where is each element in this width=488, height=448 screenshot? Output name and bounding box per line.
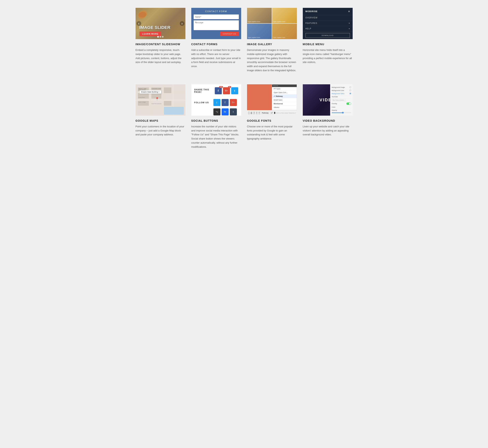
contact-name-input[interactable] <box>194 15 239 19</box>
fonts-tool-3[interactable]: ≡ <box>253 111 255 115</box>
fonts-tool-5[interactable]: ✂ <box>258 111 260 115</box>
video-color-label: Color <box>332 106 336 108</box>
video-opacity-fill <box>332 112 343 113</box>
facebook-icon: f <box>218 89 219 92</box>
menu-item-features-label: FEATURES <box>305 22 317 24</box>
fonts-font-size[interactable]: 17 <box>270 112 273 114</box>
follow-label: FOLLOW US <box>194 101 212 104</box>
gallery-cell-1: Type caption here <box>247 8 272 23</box>
radio-bg-image-icon[interactable] <box>350 87 351 88</box>
slideshow-title: IMAGE/CONTENT SLIDESHOW <box>136 43 185 46</box>
facebook-badge: 192 <box>219 86 223 88</box>
googleplus-icon: G+ <box>225 90 228 92</box>
gallery-caption-2: Type caption here <box>273 21 285 23</box>
feature-maps: Jacob K. Javits Times Square Convention … <box>136 84 185 149</box>
video-youtube-label: YouTube <box>332 96 338 98</box>
follow-facebook-button[interactable]: f <box>222 99 229 106</box>
menu-item-features[interactable]: FEATURES ▾ <box>303 21 353 26</box>
fonts-preview: Source-... PT Sans Open Sans Con... ✓ Ra… <box>247 84 297 116</box>
github-icon: ⌥ <box>216 111 218 113</box>
fonts-tool-2[interactable]: ▤ <box>251 111 252 115</box>
slider-learn-more-button[interactable]: LEARN MORE <box>139 32 161 36</box>
feature-contact-forms: CONTACT FORM CONTACT US CONTACT FORMS Ad… <box>191 8 241 72</box>
fonts-item-montserrat[interactable]: Montserrat <box>272 102 297 106</box>
gallery-cell-4: Type caption here <box>272 24 297 39</box>
fonts-item-ptsans[interactable]: PT Sans <box>272 87 297 91</box>
video-bg-color-label: Background Color <box>332 90 344 91</box>
contact-preview: CONTACT FORM CONTACT US <box>191 8 241 39</box>
slider-prev-button[interactable]: ‹ <box>136 21 141 26</box>
share-googleplus-button[interactable]: G+ 47 <box>223 87 230 94</box>
follow-buttons: t f G+ <box>213 99 237 106</box>
share-twitter-button[interactable]: t <box>231 87 238 94</box>
video-url-input[interactable] <box>332 99 345 101</box>
contact-message-input[interactable] <box>194 20 239 30</box>
feature-social: SHARE THIS PAGE! f 192 G+ 47 t <box>191 84 241 149</box>
map-label-3: Convention Center <box>151 88 161 89</box>
video-overlay-label: Overlay <box>332 103 337 104</box>
features-arrow-icon: ▾ <box>349 22 350 24</box>
social-preview: SHARE THIS PAGE! f 192 G+ 47 t <box>191 84 241 116</box>
feature-grid-1: ‹ › IMAGE SLIDER LEARN MORE IMAGE/CONTEN… <box>136 8 353 72</box>
fonts-content: Source-... PT Sans Open Sans Con... ✓ Ra… <box>247 84 297 110</box>
fonts-item-raleway[interactable]: ✓ Raleway <box>272 95 297 98</box>
video-opacity-thumb[interactable] <box>342 112 344 113</box>
video-opacity-slider[interactable] <box>332 112 351 113</box>
menu-item-overview[interactable]: OVERVIEW <box>303 15 353 21</box>
slideshow-desc: Embed a completely responsive, touch-swi… <box>136 48 185 64</box>
fonts-item-droidsans[interactable]: Droid Sans <box>272 98 297 102</box>
fonts-color-picker[interactable] <box>274 112 275 114</box>
map-road-5 <box>163 84 163 116</box>
hamburger-icon: ≡ <box>348 10 350 13</box>
video-setting-opacity: Opacity <box>332 109 351 112</box>
fonts-tool-4[interactable]: ≡ <box>256 111 258 115</box>
menu-download-button[interactable]: DOWNLOAD <box>305 33 350 38</box>
fonts-toolbar: ⬚ ▤ ≡ ≡ ✂ Raleway 17 ite in a few clicks… <box>247 110 297 116</box>
menu-item-help-label: HELP <box>305 28 311 30</box>
fonts-item-opensans[interactable]: Open Sans Con... <box>272 91 297 95</box>
feature-grid-2: Jacob K. Javits Times Square Convention … <box>136 84 353 149</box>
gallery-cell-3: Type caption here <box>247 24 272 39</box>
map-label-1: Jacob K. Javits <box>138 88 146 89</box>
fonts-font-name[interactable]: Raleway <box>261 112 270 114</box>
contact-form-title: CONTACT FORM <box>205 10 227 13</box>
follow-googleplus-button[interactable]: G+ <box>230 99 237 106</box>
menu-item-help[interactable]: HELP ▾ <box>303 26 353 32</box>
video-bg-image-label: Background Image <box>332 87 345 88</box>
video-setting-bg-color: Background Color <box>332 89 351 92</box>
follow-twitter-button[interactable]: t <box>213 99 220 106</box>
radio-bg-color-icon[interactable] <box>350 90 351 91</box>
follow-tumblr-button[interactable]: t <box>230 108 237 115</box>
menu-item-overview-label: OVERVIEW <box>305 17 318 19</box>
follow-row-2: ⌥ Be t <box>194 108 238 115</box>
feature-video: VIDEO Background Image Background Color … <box>303 84 353 149</box>
tumblr-icon: t <box>233 111 233 113</box>
mobile-menu-desc: Horizontal site menu folds itself into a… <box>303 48 353 64</box>
fonts-dropdown: Source-... PT Sans Open Sans Con... ✓ Ra… <box>272 84 297 110</box>
share-facebook-button[interactable]: f 192 <box>215 87 222 94</box>
follow-googleplus-icon: G+ <box>232 101 235 104</box>
contact-preview-container: CONTACT FORM CONTACT US <box>191 8 241 39</box>
map-grid: Jacob K. Javits Times Square Convention … <box>136 84 185 116</box>
map-label-6: Lарнт. Lehigh <box>138 102 146 103</box>
map-tooltip: Empire State Building × <box>139 90 161 94</box>
fonts-tool-1[interactable]: ⬚ <box>248 111 250 115</box>
video-setting-bg-image: Background Image <box>332 86 351 89</box>
fonts-preview-container: Source-... PT Sans Open Sans Con... ✓ Ra… <box>247 84 297 116</box>
gallery-caption-3: Type caption here <box>248 37 260 38</box>
video-setting-overlay: Overlay <box>332 102 351 106</box>
radio-bg-video-icon[interactable] <box>350 93 351 94</box>
follow-github-button[interactable]: ⌥ <box>213 108 220 115</box>
follow-behance-button[interactable]: Be <box>222 108 229 115</box>
leaf-decoration-icon <box>136 9 148 21</box>
slider-text-block: IMAGE SLIDER LEARN MORE <box>139 25 171 36</box>
gallery-cell-2: Type caption here <box>272 8 297 23</box>
page-wrapper: ‹ › IMAGE SLIDER LEARN MORE IMAGE/CONTEN… <box>132 0 357 169</box>
slider-next-button[interactable]: › <box>180 21 184 26</box>
menu-header: MOBIRISE ≡ <box>303 8 353 15</box>
map-block-3 <box>164 88 171 93</box>
fonts-item-ubuntu[interactable]: Ubuntu <box>272 106 297 109</box>
contact-submit-button[interactable]: CONTACT US <box>220 32 239 36</box>
video-overlay-toggle[interactable] <box>346 103 351 105</box>
maps-preview-container: Jacob K. Javits Times Square Convention … <box>136 84 185 116</box>
